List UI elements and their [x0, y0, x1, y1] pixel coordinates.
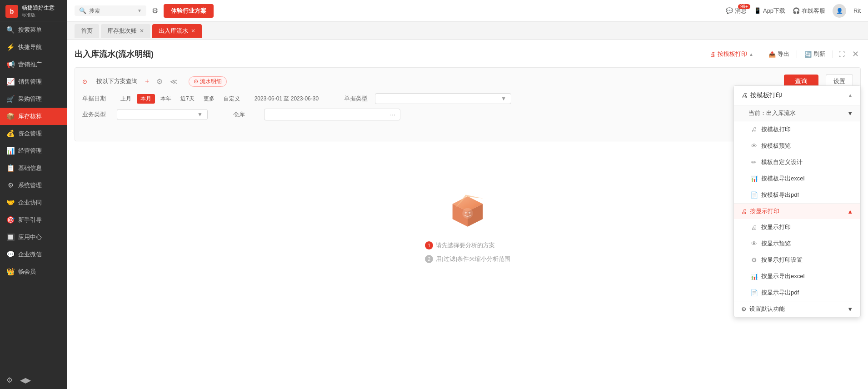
- tab-home[interactable]: 首页: [75, 24, 99, 38]
- dropdown-template-design[interactable]: ✏ 模板自定义设计: [734, 154, 860, 170]
- dropdown-footer-label: 设置默认功能: [749, 305, 785, 313]
- refresh-button[interactable]: 🔄 刷新: [801, 48, 829, 60]
- display-section-arrow: ▲: [847, 208, 853, 215]
- sidebar-item-basic[interactable]: 📋 基础信息: [0, 160, 67, 177]
- tab-inventory-batch-close[interactable]: ✕: [140, 28, 144, 34]
- sidebar-label-guide: 新手引导: [18, 216, 42, 224]
- dropdown-display-print[interactable]: 🖨 按显示打印: [734, 219, 860, 235]
- page-title: 出入库流水(流水明细): [75, 49, 154, 60]
- sidebar-item-collab[interactable]: 🤝 企业协同: [0, 194, 67, 211]
- biz-type-select[interactable]: ▼: [117, 109, 208, 120]
- dropdown-section-template: 🖨 按模板打印 👁 按模板预览 ✏ 模板自定义设计 📊: [734, 121, 860, 204]
- dropdown-template-pdf[interactable]: 📄 按模板导出pdf: [734, 187, 860, 203]
- tab-inventory-batch[interactable]: 库存批次账 ✕: [101, 24, 150, 38]
- dropdown-print-icon: 🖨: [741, 92, 748, 99]
- dropdown-arrow-up[interactable]: ▲: [848, 92, 853, 99]
- date-tab-this-month[interactable]: 本月: [137, 94, 155, 104]
- template-preview-icon: 👁: [750, 142, 758, 150]
- date-tab-last-month[interactable]: 上月: [117, 94, 135, 104]
- sidebar-item-guide[interactable]: 🎯 新手引导: [0, 211, 67, 229]
- filter-settings-button[interactable]: ⚙: [156, 77, 163, 86]
- empty-step-2: 2 用[过滤]条件来缩小分析范围: [425, 253, 510, 265]
- dropdown-current-arrow: ▼: [847, 110, 853, 117]
- warehouse-select[interactable]: ···: [264, 109, 400, 120]
- sidebar-item-sales[interactable]: 📈 销售管理: [0, 73, 67, 90]
- sidebar-item-quick-nav[interactable]: ⚡ 快捷导航: [0, 39, 67, 56]
- template-print-label: 按模板打印: [761, 125, 791, 134]
- template-excel-label: 按模板导出excel: [761, 175, 804, 183]
- filter-tag-liushui[interactable]: ⊙ 流水明细: [189, 76, 227, 87]
- voucher-type-select[interactable]: ▼: [375, 93, 511, 104]
- sidebar-item-operation[interactable]: 📊 经营管理: [0, 142, 67, 160]
- print-template-button[interactable]: 🖨 按模板打印 ▲: [706, 48, 757, 60]
- date-tab-this-year[interactable]: 本年: [157, 94, 175, 104]
- export-button[interactable]: 📤 导出: [765, 48, 793, 60]
- sidebar-item-finance[interactable]: 💰 资金管理: [0, 125, 67, 142]
- page-title-actions: 🖨 按模板打印 ▲ 📤 导出 🔄 刷新: [706, 47, 861, 61]
- sidebar-item-system[interactable]: ⚙ 系统管理: [0, 177, 67, 194]
- app-download-button[interactable]: 📱 App下载: [754, 7, 785, 15]
- sidebar-item-search[interactable]: 🔍 搜索菜单: [0, 21, 67, 39]
- search-dropdown-arrow[interactable]: ▼: [137, 8, 142, 13]
- date-tab-7days[interactable]: 近7天: [177, 94, 198, 104]
- filter-collapse-icon[interactable]: ≪: [170, 77, 178, 86]
- dropdown-template-preview[interactable]: 👁 按模板预览: [734, 138, 860, 154]
- trial-button[interactable]: 体验行业方案: [164, 4, 214, 18]
- sidebar-label-member: 畅会员: [18, 268, 36, 276]
- avatar-placeholder: 👤: [836, 8, 843, 14]
- header-gear-icon[interactable]: ⚙: [152, 6, 158, 15]
- warehouse-more-icon[interactable]: ···: [390, 111, 395, 118]
- filter-tag-icon: ⊙: [194, 78, 198, 85]
- sidebar-item-inventory[interactable]: 📦 库存核算: [0, 108, 67, 125]
- service-icon: 🎧: [793, 7, 800, 14]
- expand-icon[interactable]: ⛶: [837, 49, 847, 60]
- filter-prefix-label: 按以下方案查询: [96, 77, 138, 85]
- sidebar-label-app-center: 应用中心: [18, 233, 42, 241]
- sidebar-icon-collab: 🤝: [6, 199, 15, 207]
- tab-stock-flow[interactable]: 出入库流水 ✕: [152, 24, 202, 38]
- search-input[interactable]: [89, 8, 135, 14]
- divider1: [761, 50, 761, 58]
- tab-stock-flow-label: 出入库流水: [159, 27, 188, 35]
- sidebar-settings-icon[interactable]: ⚙: [6, 376, 13, 384]
- dropdown-display-pdf[interactable]: 📄 按显示导出pdf: [734, 284, 860, 301]
- sidebar-fold-icon[interactable]: ◀▶: [20, 376, 31, 384]
- sidebar-item-wechat[interactable]: 💬 企业微信: [0, 246, 67, 263]
- dropdown-title-text: 按模板打印: [750, 91, 782, 100]
- sidebar-item-member[interactable]: 👑 畅会员: [0, 263, 67, 280]
- dropdown-display-excel[interactable]: 📊 按显示导出excel: [734, 268, 860, 284]
- dropdown-footer[interactable]: ⚙ 设置默认功能 ▼: [734, 301, 860, 317]
- message-button[interactable]: 💬 消息 99+: [726, 7, 747, 15]
- sidebar-icon-sales: 📈: [6, 78, 15, 86]
- online-service-button[interactable]: 🎧 在线客服: [793, 7, 825, 15]
- export-label: 导出: [778, 50, 789, 58]
- sidebar-icon-wechat: 💬: [6, 250, 15, 259]
- sidebar-item-app-center[interactable]: 🔲 应用中心: [0, 229, 67, 246]
- dropdown-display-preview[interactable]: 👁 按显示预览: [734, 235, 860, 252]
- voucher-type-filter: 单据类型 ▼: [344, 93, 511, 104]
- sidebar-bottom: ⚙ ◀▶: [0, 371, 67, 389]
- username-label[interactable]: Rit: [853, 7, 861, 14]
- dropdown-template-excel[interactable]: 📊 按模板导出excel: [734, 170, 860, 187]
- display-settings-label: 按显示打印设置: [761, 256, 803, 264]
- filter-add-button[interactable]: +: [145, 77, 149, 85]
- dropdown-header: 🖨 按模板打印 ▲: [734, 86, 860, 105]
- dropdown-section-display-header[interactable]: 🖨 按显示打印 ▲: [734, 204, 860, 219]
- service-label: 在线客服: [802, 7, 825, 15]
- sidebar: b 畅捷通好生意 标准版 🔍 搜索菜单 ⚡ 快捷导航 📢 营销推广 📈 销售管理…: [0, 0, 67, 389]
- sidebar-item-marketing[interactable]: 📢 营销推广: [0, 56, 67, 73]
- tab-stock-flow-close[interactable]: ✕: [191, 28, 195, 34]
- display-section-icon: 🖨: [741, 208, 747, 215]
- message-icon: 💬: [726, 7, 733, 14]
- date-range-display: 2023-06-01 至 2023-06-30: [254, 95, 319, 103]
- sidebar-item-purchase[interactable]: 🛒 采购管理: [0, 90, 67, 108]
- dropdown-display-settings[interactable]: ⚙ 按显示打印设置: [734, 252, 860, 268]
- header-search-box[interactable]: 🔍 ▼: [75, 5, 146, 16]
- dropdown-template-print[interactable]: 🖨 按模板打印: [734, 121, 860, 138]
- user-avatar[interactable]: 👤: [833, 4, 846, 18]
- date-tab-more[interactable]: 更多: [200, 94, 218, 104]
- date-tab-custom[interactable]: 自定义: [220, 94, 244, 104]
- close-icon[interactable]: ✕: [850, 47, 861, 61]
- sidebar-icon-search: 🔍: [6, 26, 15, 34]
- svg-point-5: [465, 212, 467, 214]
